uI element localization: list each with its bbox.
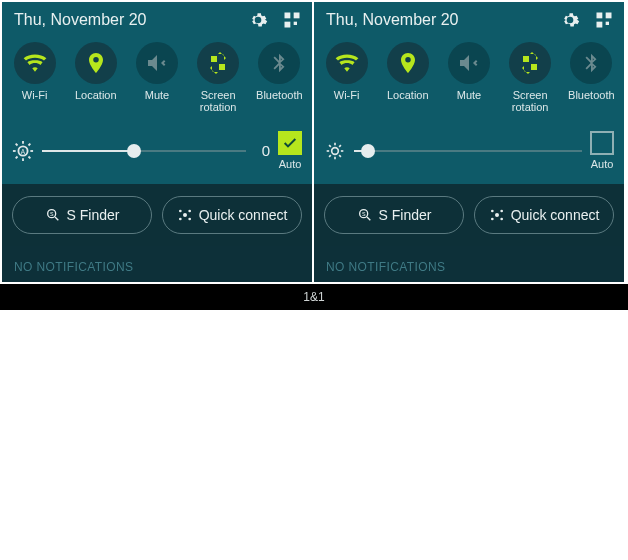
toggle-label: Screen rotation [189,89,247,113]
svg-point-39 [491,210,494,213]
svg-line-15 [55,217,58,220]
auto-brightness-checkbox[interactable] [278,131,302,155]
notifications-area: NO NOTIFICATIONS [2,246,312,282]
quick-toggles-row: Wi-Fi Location Mute Screen rotation Blue… [2,36,312,123]
svg-rect-1 [294,13,300,19]
mute-toggle[interactable]: Mute [128,42,186,113]
bluetooth-icon [258,42,300,84]
no-notifications-text: NO NOTIFICATIONS [326,260,612,274]
button-label: S Finder [67,207,120,223]
svg-point-26 [332,147,339,154]
search-icon: S [45,207,61,223]
svg-text:A: A [21,147,26,154]
button-label: Quick connect [199,207,288,223]
quick-connect-button[interactable]: Quick connect [474,196,614,234]
grid-icon[interactable] [594,10,614,30]
wifi-icon [14,42,56,84]
notification-panel: Thu, November 20 Wi-Fi Location Mute Scr… [314,2,624,282]
connect-icon [489,207,505,223]
brightness-auto-icon: A [12,140,34,162]
panel-header: Thu, November 20 [2,2,312,36]
quick-connect-button[interactable]: Quick connect [162,196,302,234]
location-icon [387,42,429,84]
svg-point-20 [179,218,182,221]
brightness-icon [324,141,346,161]
svg-line-31 [329,145,331,147]
s-finder-button[interactable]: S S Finder [324,196,464,234]
toggle-label: Wi-Fi [22,89,48,101]
svg-line-10 [16,143,18,145]
auto-label: Auto [591,158,614,170]
bluetooth-toggle[interactable]: Bluetooth [562,42,620,113]
toggle-label: Screen rotation [501,89,559,113]
svg-point-18 [179,210,182,213]
connect-icon [177,207,193,223]
toggle-label: Location [387,89,429,101]
grid-icon[interactable] [282,10,302,30]
location-toggle[interactable]: Location [67,42,125,113]
toggle-label: Mute [457,89,481,101]
auto-brightness-checkbox[interactable] [590,131,614,155]
auto-label: Auto [279,158,302,170]
location-toggle[interactable]: Location [379,42,437,113]
bluetooth-icon [570,42,612,84]
svg-line-36 [367,217,370,220]
brightness-value: 0 [254,142,270,159]
mute-icon [448,42,490,84]
wifi-icon [326,42,368,84]
svg-text:S: S [49,211,53,217]
svg-rect-24 [597,22,603,28]
brightness-slider[interactable] [42,141,246,161]
rotation-icon [197,42,239,84]
svg-line-34 [339,145,341,147]
svg-point-38 [495,213,499,217]
svg-rect-2 [285,22,291,28]
mute-icon [136,42,178,84]
notification-panel: Thu, November 20 Wi-Fi Location Mute Scr… [2,2,312,282]
action-buttons-row: S S Finder Quick connect [2,184,312,246]
svg-line-32 [339,155,341,157]
wifi-toggle[interactable]: Wi-Fi [318,42,376,113]
mute-toggle[interactable]: Mute [440,42,498,113]
toggle-label: Bluetooth [256,89,302,101]
button-label: S Finder [379,207,432,223]
location-icon [75,42,117,84]
toggle-label: Mute [145,89,169,101]
svg-point-17 [183,213,187,217]
svg-line-33 [329,155,331,157]
date-text: Thu, November 20 [326,11,459,29]
toggle-label: Location [75,89,117,101]
date-text: Thu, November 20 [14,11,147,29]
svg-point-42 [500,218,503,221]
svg-rect-23 [606,13,612,19]
svg-point-21 [188,218,191,221]
svg-line-13 [29,143,31,145]
brightness-row: A 0 Auto [2,123,312,184]
rotation-toggle[interactable]: Screen rotation [189,42,247,113]
rotation-toggle[interactable]: Screen rotation [501,42,559,113]
svg-rect-0 [285,13,291,19]
gear-icon[interactable] [248,10,268,30]
toggle-label: Wi-Fi [334,89,360,101]
brightness-row: Auto [314,123,624,184]
svg-line-11 [29,156,31,158]
svg-rect-3 [294,22,297,25]
bluetooth-toggle[interactable]: Bluetooth [250,42,308,113]
svg-rect-22 [597,13,603,19]
panel-header: Thu, November 20 [314,2,624,36]
no-notifications-text: NO NOTIFICATIONS [14,260,300,274]
svg-point-19 [188,210,191,213]
svg-rect-25 [606,22,609,25]
svg-point-40 [500,210,503,213]
action-buttons-row: S S Finder Quick connect [314,184,624,246]
s-finder-button[interactable]: S S Finder [12,196,152,234]
quick-toggles-row: Wi-Fi Location Mute Screen rotation Blue… [314,36,624,123]
brightness-slider[interactable] [354,141,582,161]
gear-icon[interactable] [560,10,580,30]
svg-line-12 [16,156,18,158]
wifi-toggle[interactable]: Wi-Fi [6,42,64,113]
svg-point-41 [491,218,494,221]
rotation-icon [509,42,551,84]
button-label: Quick connect [511,207,600,223]
notifications-area: NO NOTIFICATIONS [314,246,624,282]
